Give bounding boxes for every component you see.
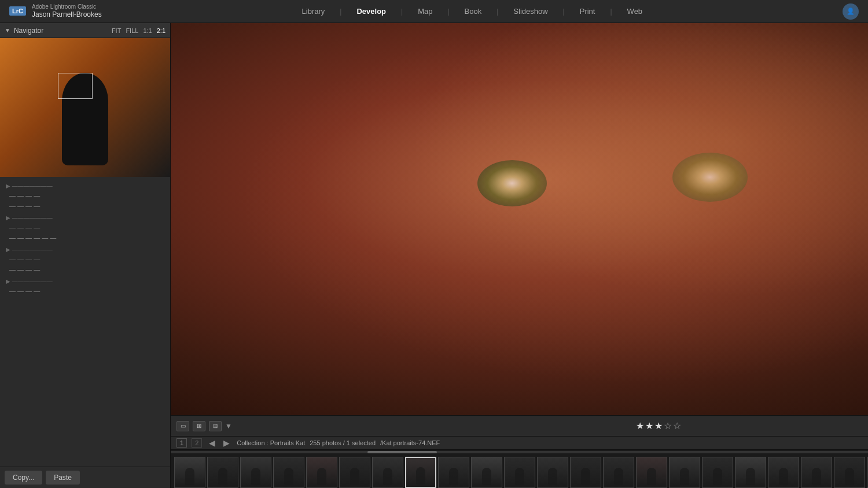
- thumbnail-2[interactable]: [207, 457, 238, 488]
- list-section-2: ▶ ———————: [0, 211, 170, 222]
- topbar: LrC Adobe Lightroom Classic Jason Parnel…: [0, 0, 868, 23]
- list-item[interactable]: — — — — — —: [0, 232, 170, 243]
- profile-icon[interactable]: 👤: [843, 3, 859, 20]
- list-item[interactable]: — — — —: [0, 286, 170, 296]
- navigator-title-row: ▼ Navigator: [5, 27, 43, 35]
- bottom-toolbar: ▭ ⊞ ⊟ ▼ ★ ★ ★ ☆ ☆ ⬡: [171, 415, 868, 436]
- filmstrip-thumbnails: [171, 454, 868, 488]
- nav-slideshow[interactable]: Slideshow: [510, 5, 551, 18]
- navigator-zoom-options: FIT FILL 1:1 2:1: [112, 27, 165, 34]
- filmstrip: 1 2 ◀ ▶ Collection : Portraits Kat 255 p…: [171, 436, 868, 488]
- face-overlay: [171, 23, 868, 415]
- app-logo: LrC Adobe Lightroom Classic Jason Parnel…: [9, 3, 102, 19]
- left-panel: ▼ Navigator FIT FILL 1:1 2:1 ▶ ——————— —…: [0, 23, 171, 488]
- zoom-fit[interactable]: FIT: [112, 27, 122, 34]
- thumbnail-17[interactable]: [702, 457, 733, 488]
- star-1[interactable]: ★: [636, 420, 644, 431]
- thumbnail-5[interactable]: [306, 457, 337, 488]
- collection-label: Collection : Portraits Kat: [237, 439, 305, 446]
- paste-button[interactable]: Paste: [46, 471, 80, 485]
- thumbnail-19[interactable]: [768, 457, 799, 488]
- thumbnail-16[interactable]: [669, 457, 700, 488]
- navigator-collapse-icon[interactable]: ▼: [5, 27, 10, 34]
- star-4[interactable]: ☆: [664, 420, 672, 431]
- list-item[interactable]: — — — —: [0, 264, 170, 275]
- nav-map[interactable]: Map: [414, 5, 436, 18]
- navigator-title: Navigator: [14, 27, 43, 35]
- thumbnail-3[interactable]: [240, 457, 271, 488]
- thumbnail-13[interactable]: [570, 457, 601, 488]
- zoom-1-1[interactable]: 1:1: [143, 27, 152, 34]
- filmstrip-scroll-thumb[interactable]: [367, 451, 437, 453]
- user-name: Jason Parnell-Brookes: [32, 10, 102, 19]
- star-3[interactable]: ★: [654, 420, 663, 431]
- nav-arrows: ◀ ▶: [207, 437, 232, 449]
- left-bottom-toolbar: Copy... Paste: [0, 467, 170, 488]
- thumbnail-8[interactable]: [405, 457, 436, 488]
- filmstrip-scrollbar[interactable]: [171, 451, 868, 453]
- nav-web[interactable]: Web: [624, 5, 646, 18]
- filename: /Kat portraits-74.NEF: [380, 439, 440, 446]
- thumbnail-21[interactable]: [834, 457, 865, 488]
- view-dropdown[interactable]: ▼: [225, 422, 232, 430]
- thumbnail-11[interactable]: [504, 457, 535, 488]
- thumbnail-14[interactable]: [603, 457, 634, 488]
- nav-book[interactable]: Book: [461, 5, 486, 18]
- main-photo: [171, 23, 868, 415]
- list-section-4: ▶ ———————: [0, 275, 170, 286]
- thumbnail-18[interactable]: [735, 457, 766, 488]
- nav-preview-image: [0, 38, 170, 177]
- thumbnail-10[interactable]: [471, 457, 502, 488]
- single-view-btn[interactable]: ▭: [176, 421, 189, 431]
- list-item[interactable]: — — — —: [0, 190, 170, 201]
- center-panel: ▭ ⊞ ⊟ ▼ ★ ★ ★ ☆ ☆ ⬡ 1 2 ◀: [171, 23, 868, 488]
- eye-left: [477, 160, 547, 206]
- zoom-fill[interactable]: FILL: [126, 27, 138, 34]
- nav-library[interactable]: Library: [299, 5, 329, 18]
- nav-print[interactable]: Print: [576, 5, 599, 18]
- next-arrow[interactable]: ▶: [221, 437, 232, 449]
- list-section-3: ▶ ———————: [0, 243, 170, 254]
- prev-arrow[interactable]: ◀: [207, 437, 218, 449]
- view-buttons: ▭ ⊞ ⊟ ▼: [176, 421, 232, 431]
- navigator-header: ▼ Navigator FIT FILL 1:1 2:1: [0, 23, 170, 38]
- star-5[interactable]: ☆: [673, 420, 681, 431]
- thumbnail-15[interactable]: [636, 457, 667, 488]
- list-section-1: ▶ ———————: [0, 179, 170, 190]
- view-mode-1[interactable]: 1: [176, 438, 187, 448]
- zoom-2-1[interactable]: 2:1: [157, 27, 165, 34]
- list-item[interactable]: — — — —: [0, 222, 170, 232]
- thumbnail-7[interactable]: [372, 457, 403, 488]
- nav-develop[interactable]: Develop: [353, 5, 389, 18]
- app-name: Adobe Lightroom Classic: [32, 3, 102, 10]
- nav-focus-box: [58, 73, 93, 99]
- thumbnail-20[interactable]: [801, 457, 832, 488]
- thumbnail-6[interactable]: [339, 457, 370, 488]
- star-2[interactable]: ★: [645, 420, 653, 431]
- main-image-area: [171, 23, 868, 415]
- list-item[interactable]: — — — —: [0, 254, 170, 264]
- list-item[interactable]: — — — —: [0, 201, 170, 211]
- thumbnail-1[interactable]: [174, 457, 205, 488]
- main: ▼ Navigator FIT FILL 1:1 2:1 ▶ ——————— —…: [0, 23, 868, 488]
- filmstrip-info: 1 2 ◀ ▶ Collection : Portraits Kat 255 p…: [171, 437, 868, 450]
- app-title-block: Adobe Lightroom Classic Jason Parnell-Br…: [32, 3, 102, 19]
- lrc-badge: LrC: [9, 6, 26, 16]
- preset-list[interactable]: ▶ ——————— — — — — — — — — ▶ ——————— — — …: [0, 177, 170, 467]
- view-mode-2[interactable]: 2: [192, 438, 202, 448]
- copy-button[interactable]: Copy...: [5, 471, 42, 485]
- thumbnail-12[interactable]: [537, 457, 568, 488]
- thumbnail-9[interactable]: [438, 457, 469, 488]
- thumbnail-4[interactable]: [273, 457, 304, 488]
- photo-count: 255 photos / 1 selected: [310, 439, 376, 446]
- grid-view-btn[interactable]: ⊞: [193, 421, 205, 431]
- nav-menu: Library | Develop | Map | Book | Slidesh…: [299, 5, 646, 18]
- compare-view-btn[interactable]: ⊟: [209, 421, 222, 431]
- star-rating[interactable]: ★ ★ ★ ☆ ☆: [636, 420, 681, 431]
- navigator-preview: [0, 38, 170, 177]
- eye-right: [672, 153, 748, 202]
